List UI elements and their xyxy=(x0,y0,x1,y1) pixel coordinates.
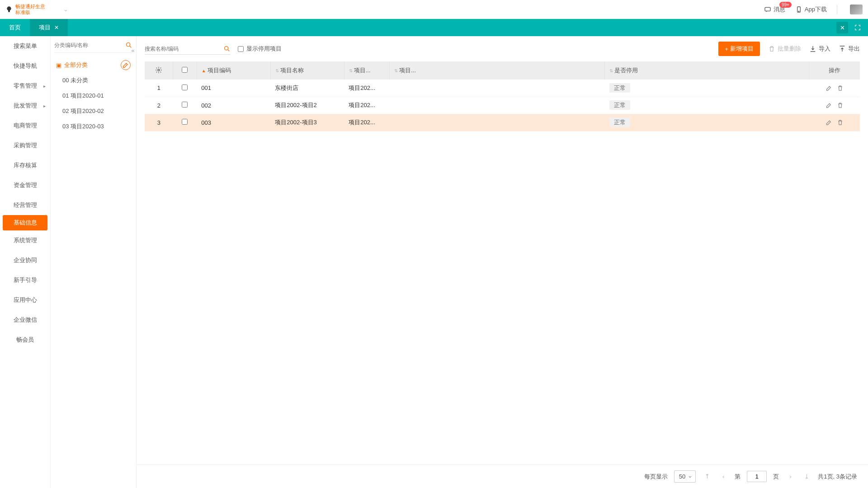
page-suffix: 页 xyxy=(773,473,779,481)
row-c1: 项目202... xyxy=(344,114,389,131)
category-item-2[interactable]: 02 项目2020-02 xyxy=(54,103,132,119)
next-page-button[interactable]: › xyxy=(785,472,795,482)
gear-icon xyxy=(155,66,162,74)
row-checkbox[interactable] xyxy=(182,102,188,108)
table-row[interactable]: 2002项目2002-项目2项目202...正常 xyxy=(145,97,860,114)
delete-row-button[interactable] xyxy=(837,101,844,109)
show-disabled-checkbox[interactable]: 显示停用项目 xyxy=(238,45,282,53)
delete-row-button[interactable] xyxy=(837,84,844,92)
nav-item-14[interactable]: 企业微信 xyxy=(0,310,50,330)
nav-item-1[interactable]: 快捷导航 xyxy=(0,56,50,76)
tab-project[interactable]: 项目 ✕ xyxy=(30,19,68,36)
pagination-summary: 共1页, 3条记录 xyxy=(818,473,857,481)
chevron-right-icon: ▸ xyxy=(43,103,46,108)
close-icon[interactable]: ✕ xyxy=(54,24,59,31)
header-col2-label: 项目... xyxy=(399,67,416,74)
nav-item-11[interactable]: 企业协同 xyxy=(0,250,50,270)
nav-item-10[interactable]: 系统管理 xyxy=(0,230,50,250)
fullscreen-icon xyxy=(854,24,861,31)
header-col1[interactable]: ⇅项目... xyxy=(344,61,389,80)
row-checkbox[interactable] xyxy=(182,119,188,125)
nav-item-9[interactable]: 基础信息 xyxy=(3,215,47,230)
nav-item-6[interactable]: 库存核算 xyxy=(0,155,50,175)
category-search xyxy=(54,42,132,53)
nav-item-13[interactable]: 应用中心 xyxy=(0,290,50,310)
brand-name: 畅捷通好生意 xyxy=(15,4,45,9)
edit-row-button[interactable] xyxy=(826,118,832,127)
page-size-select[interactable]: 50 xyxy=(674,470,696,483)
last-page-button[interactable]: ⤓ xyxy=(802,472,811,482)
category-root-label: 全部分类 xyxy=(64,61,88,69)
edit-category-button[interactable] xyxy=(121,60,131,70)
edit-row-button[interactable] xyxy=(826,101,832,109)
add-project-button[interactable]: + 新增项目 xyxy=(718,42,760,56)
nav-item-4[interactable]: 电商管理 xyxy=(0,116,50,136)
status-badge: 正常 xyxy=(609,117,630,127)
left-nav: 搜索菜单快捷导航零售管理▸批发管理▸电商管理采购管理库存核算资金管理经营管理基础… xyxy=(0,36,51,488)
nav-item-2[interactable]: 零售管理▸ xyxy=(0,76,50,96)
add-label: 新增项目 xyxy=(730,45,754,53)
nav-item-12[interactable]: 新手引导 xyxy=(0,270,50,290)
status-badge: 正常 xyxy=(609,100,630,110)
header-status[interactable]: ⇅是否停用 xyxy=(605,61,809,80)
table-row[interactable]: 3003项目2002-项目3项目202...正常 xyxy=(145,114,860,131)
store-selector[interactable]: ⌄ xyxy=(56,6,137,13)
row-index: 3 xyxy=(145,114,173,131)
nav-item-7[interactable]: 资金管理 xyxy=(0,175,50,195)
messages-button[interactable]: 消息 99+ xyxy=(764,5,785,14)
category-sidebar: ▣ 全部分类 00 未分类01 项目2020-0102 项目2020-0203 … xyxy=(51,36,137,488)
header-name[interactable]: ⇅项目名称 xyxy=(270,61,344,80)
status-badge: 正常 xyxy=(609,83,630,93)
page-input[interactable] xyxy=(747,471,767,482)
batch-delete-button: 批量删除 xyxy=(768,45,801,53)
row-checkbox[interactable] xyxy=(182,84,188,90)
category-search-input[interactable] xyxy=(54,42,125,48)
tab-home-label: 首页 xyxy=(9,23,21,32)
avatar[interactable] xyxy=(850,5,863,14)
table-settings-header[interactable] xyxy=(145,61,173,80)
divider xyxy=(837,5,837,14)
edit-row-button[interactable] xyxy=(826,84,832,92)
select-all-header[interactable] xyxy=(173,61,197,80)
nav-item-8[interactable]: 经营管理 xyxy=(0,195,50,215)
collapse-sidebar-button[interactable]: « xyxy=(129,46,137,54)
export-button[interactable]: 导出 xyxy=(839,45,860,53)
fullscreen-button[interactable] xyxy=(852,22,863,33)
category-item-3[interactable]: 03 项目2020-03 xyxy=(54,119,132,134)
prev-page-button[interactable]: ‹ xyxy=(718,472,728,482)
header-col2[interactable]: ⇅项目... xyxy=(390,61,605,80)
search-input[interactable] xyxy=(145,46,223,52)
category-root[interactable]: ▣ 全部分类 xyxy=(54,57,132,73)
select-all-checkbox[interactable] xyxy=(182,67,188,73)
nav-item-3[interactable]: 批发管理▸ xyxy=(0,96,50,116)
header-code[interactable]: ▲项目编码 xyxy=(197,61,270,80)
top-header: 畅捷通好生意 标准版 ⌄ 消息 99+ App下载 xyxy=(0,0,868,19)
nav-item-15[interactable]: 畅会员 xyxy=(0,330,50,350)
toolbar: 显示停用项目 + 新增项目 批量删除 导入 xyxy=(137,36,868,61)
row-name: 东楼街店 xyxy=(270,80,344,97)
pagination: 每页显示 50 ⤒ ‹ 第 页 › ⤓ 共1页, 3条记录 xyxy=(137,465,868,488)
row-name: 项目2002-项目3 xyxy=(270,114,344,131)
svg-point-5 xyxy=(158,69,160,71)
tab-project-label: 项目 xyxy=(39,23,51,32)
show-disabled-input[interactable] xyxy=(238,46,244,52)
search-icon[interactable] xyxy=(223,45,231,52)
nav-item-5[interactable]: 采购管理 xyxy=(0,136,50,155)
table-row[interactable]: 1001东楼街店项目202...正常 xyxy=(145,80,860,97)
project-table: ▲项目编码 ⇅项目名称 ⇅项目... ⇅项目... ⇅是否停用 操作 1001东… xyxy=(145,61,860,131)
row-index: 1 xyxy=(145,80,173,97)
import-button[interactable]: 导入 xyxy=(809,45,830,53)
category-item-0[interactable]: 00 未分类 xyxy=(54,73,132,88)
app-download-button[interactable]: App下载 xyxy=(795,5,827,14)
edit-icon xyxy=(122,61,129,69)
row-checkbox-cell xyxy=(173,80,197,97)
nav-item-0[interactable]: 搜索菜单 xyxy=(0,36,50,56)
tab-home[interactable]: 首页 xyxy=(0,19,30,36)
chevron-right-icon: ▸ xyxy=(43,84,46,89)
delete-row-button[interactable] xyxy=(837,118,844,127)
row-c1: 项目202... xyxy=(344,97,389,114)
close-all-tabs-button[interactable]: ✕ xyxy=(836,22,848,33)
category-item-1[interactable]: 01 项目2020-01 xyxy=(54,88,132,103)
first-page-button[interactable]: ⤒ xyxy=(702,472,712,482)
row-status: 正常 xyxy=(605,97,809,114)
